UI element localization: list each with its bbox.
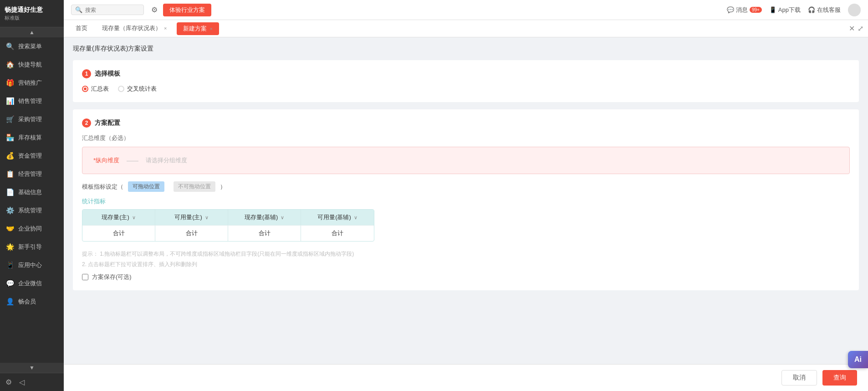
app-download-label: App下载 (778, 6, 801, 14)
tab-inventory-status[interactable]: 现存量（库存状况表） × (95, 21, 174, 37)
message-label: 消息 (736, 6, 748, 14)
sidebar-scroll-down[interactable]: ▼ (0, 363, 64, 373)
section1-header: 1 选择模板 (82, 69, 850, 78)
avatar-image (848, 4, 861, 16)
chat-icon: 💬 (5, 279, 15, 288)
sidebar-item-wechat[interactable]: 💬 企业微信 (0, 274, 64, 293)
tips-box: 提示： 1.拖动标题栏可以调整布局，不可跨维度或指标区域拖动栏目字段(只能在同一… (82, 250, 850, 268)
header-cell-0[interactable]: 现存量(主) ∨ (82, 210, 155, 225)
sidebar-item-member[interactable]: 👤 畅会员 (0, 293, 64, 311)
app-name: 畅捷通好生意 (5, 5, 59, 15)
tab-new-plan-close-icon[interactable]: × (209, 26, 212, 31)
content-area: 现存量(库存状况表)方案设置 1 选择模板 汇总表 交叉统计表 2 (64, 37, 868, 364)
chevron-icon-0: ∨ (132, 215, 136, 221)
sidebar-item-purchase[interactable]: 🛒 采购管理 (0, 110, 64, 129)
user-icon: 👤 (5, 298, 15, 306)
sidebar-item-basic-info[interactable]: 📄 基础信息 (0, 183, 64, 201)
row-cell-3: 合计 (301, 226, 374, 241)
section2-num: 2 (82, 118, 91, 128)
sidebar-item-finance[interactable]: 💰 资金管理 (0, 147, 64, 165)
tip-text-1: 2. 点击标题栏下拉可设置排序、插入列和删除列 (82, 261, 197, 268)
gift-icon: 🎁 (5, 79, 15, 87)
sound-icon[interactable]: ◁ (19, 378, 25, 386)
money-icon: 💰 (5, 152, 15, 160)
row-label-3: 合计 (332, 229, 343, 237)
dimension-dash: —— (127, 157, 138, 164)
message-button[interactable]: 💬 消息 99+ (727, 6, 762, 14)
header-cell-3[interactable]: 可用量(基辅) ∨ (301, 210, 374, 225)
sidebar-item-label: 基础信息 (18, 188, 42, 196)
header-label-1: 可用量(主) (174, 213, 202, 221)
tab-new-plan[interactable]: 新建方案 × (177, 22, 219, 35)
sidebar-nav: 🔍 搜索菜单 🏠 快捷导航 🎁 营销推广 📊 销售管理 🛒 采购管理 🏪 库存核… (0, 37, 64, 363)
save-section: 方案保存(可选) (82, 273, 850, 281)
tip-item-0: 提示： 1.拖动标题栏可以调整布局，不可跨维度或指标区域拖动栏目字段(只能在同一… (82, 250, 850, 258)
tab-new-plan-label: 新建方案 (183, 25, 207, 33)
row-label-2: 合计 (259, 229, 271, 237)
sidebar-item-label: 企业微信 (18, 279, 42, 288)
template-indicator-prefix: 模板指标设定（ (82, 183, 123, 191)
chart-icon: 📊 (5, 97, 15, 105)
save-label: 方案保存(可选) (92, 273, 132, 281)
radio-summary-table[interactable]: 汇总表 (82, 85, 109, 93)
sidebar-logo: 畅捷通好生意 标准版 (0, 0, 64, 27)
sidebar-item-sales[interactable]: 📊 销售管理 (0, 92, 64, 110)
user-avatar[interactable] (848, 4, 861, 16)
search-input[interactable] (85, 7, 140, 13)
query-button[interactable]: 查询 (822, 370, 857, 386)
ai-float-button[interactable]: Ai (848, 351, 868, 368)
radio-summary-label: 汇总表 (91, 85, 109, 93)
chevron-icon-2: ∨ (281, 215, 284, 221)
radio-cross-table[interactable]: 交叉统计表 (118, 85, 157, 93)
gear-icon[interactable]: ⚙ (151, 5, 158, 14)
indicator-settings: 模板指标设定（ 可拖动位置 不可拖动位置 ） (82, 181, 850, 192)
header-cell-1[interactable]: 可用量(主) ∨ (155, 210, 228, 225)
cart-icon: 🛒 (5, 115, 15, 123)
page-title: 现存量(库存状况表)方案设置 (73, 45, 859, 53)
draggable-indicator: 可拖动位置 (128, 181, 164, 192)
sidebar-item-cooperation[interactable]: 🤝 企业协同 (0, 220, 64, 238)
summary-dim-label: 汇总维度（必选） (82, 134, 850, 142)
service-button[interactable]: 🎧 在线客服 (808, 6, 841, 14)
header-label-0: 现存量(主) (102, 213, 129, 221)
tab-home[interactable]: 首页 (68, 21, 95, 37)
tab-close-all-icon[interactable]: ✕ (849, 24, 855, 33)
sidebar-item-label: 采购管理 (18, 115, 42, 123)
sidebar-item-operations[interactable]: 📋 经营管理 (0, 165, 64, 183)
sidebar-scroll-up[interactable]: ▲ (0, 27, 64, 37)
chevron-icon-1: ∨ (205, 215, 209, 221)
tab-close-icon[interactable]: × (164, 26, 167, 31)
section2-card: 2 方案配置 汇总维度（必选） *纵向维度 —— 请选择分组维度 模板指标设定（… (73, 109, 859, 290)
cancel-button[interactable]: 取消 (781, 370, 817, 386)
tab-expand-icon[interactable]: ⤢ (858, 24, 863, 33)
section2-title: 方案配置 (95, 119, 120, 127)
sidebar-item-quick-nav[interactable]: 🏠 快捷导航 (0, 56, 64, 74)
store-icon: 🏪 (5, 134, 15, 142)
header-label-2: 现存量(基辅) (245, 213, 278, 221)
sidebar-item-search-menu[interactable]: 🔍 搜索菜单 (0, 37, 64, 56)
save-checkbox[interactable] (82, 274, 88, 280)
sidebar-item-app-center[interactable]: 📱 应用中心 (0, 256, 64, 274)
tip-item-1: 2. 点击标题栏下拉可设置排序、插入列和删除列 (82, 261, 850, 268)
sidebar-item-system[interactable]: ⚙️ 系统管理 (0, 201, 64, 220)
sidebar-item-marketing[interactable]: 🎁 营销推广 (0, 74, 64, 92)
radio-cross-label: 交叉统计表 (127, 85, 157, 93)
settings-bottom-icon[interactable]: ⚙ (5, 378, 12, 386)
section2-header: 2 方案配置 (82, 118, 850, 128)
footer-bar: 取消 查询 (64, 364, 868, 391)
sidebar-item-label: 搜索菜单 (18, 42, 42, 51)
template-radio-group: 汇总表 交叉统计表 (82, 85, 850, 93)
search-box[interactable]: 🔍 (71, 5, 144, 15)
sidebar-item-new-guide[interactable]: 🌟 新手引导 (0, 238, 64, 256)
stats-table-header: 现存量(主) ∨ 可用量(主) ∨ 现存量(基辅) ∨ 可用量(基辅) ∨ (82, 210, 374, 225)
row-cell-2: 合计 (228, 226, 301, 241)
dimension-box[interactable]: *纵向维度 —— 请选择分组维度 (82, 147, 850, 174)
tab-bar: 首页 现存量（库存状况表） × 新建方案 × ✕ ⤢ (64, 20, 868, 37)
sidebar-item-label: 应用中心 (18, 261, 42, 269)
app-download-button[interactable]: 📱 App下载 (769, 6, 801, 14)
sidebar-item-inventory[interactable]: 🏪 库存核算 (0, 129, 64, 147)
sidebar-item-label: 营销推广 (18, 79, 42, 87)
trial-button[interactable]: 体验行业方案 (163, 4, 211, 16)
tip-prefix: 提示： (82, 251, 98, 257)
header-cell-2[interactable]: 现存量(基辅) ∨ (228, 210, 301, 225)
